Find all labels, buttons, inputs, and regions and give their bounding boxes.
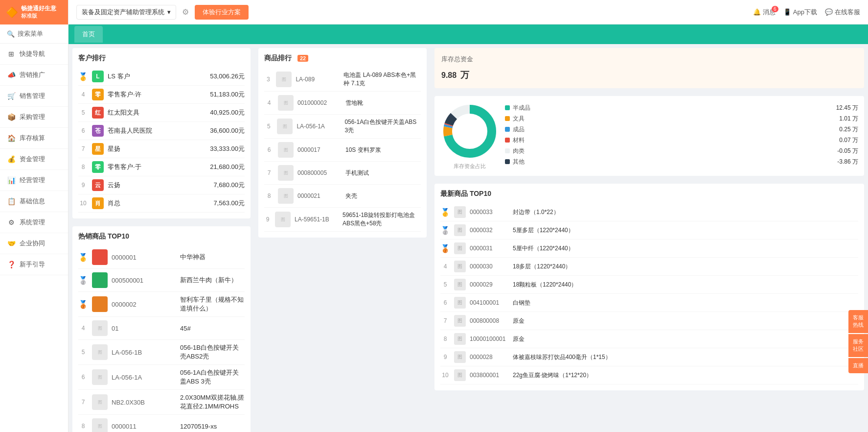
new-products-list: 🥇 图 0000033 封边带（1.0*22） 🥈 图 0000032 5厘多层… (440, 203, 858, 384)
logo-name: 畅捷通好生意 (21, 5, 56, 13)
customer-name: 零售客户·于 (108, 163, 206, 171)
sidebar: 🔶 畅捷通好生意 标准版 🔍 搜索菜单 ⊞ 快捷导航 📣 营销推广 🛒 销售管理… (0, 0, 69, 432)
product-name: 雪地靴 (345, 99, 363, 107)
gear-icon[interactable]: ⚙ (182, 7, 189, 17)
product-image-placeholder: 图 (454, 206, 466, 218)
mid-product-item: 8 图 0000021 夹壳 (264, 185, 421, 208)
customer-amount: 7,680.00元 (213, 181, 245, 190)
rank-number: 7 (78, 145, 88, 152)
rank-number: 8 (264, 192, 274, 199)
sidebar-item-operations[interactable]: 📊 经营管理 (0, 170, 68, 191)
product-code: LA-59651-1B (295, 216, 339, 223)
new-product-item: 9 图 0000028 体被嘉枝味苏打饮品400毫升（1*15） (440, 348, 858, 366)
rank-number: 5 (264, 123, 273, 130)
product-code: 0000031 (470, 245, 509, 252)
mid-panel-title: 商品排行 22 (264, 54, 421, 63)
legend-label: 肉类 (513, 147, 834, 155)
new-product-item: 8 图 10000100001 原金 (440, 330, 858, 348)
sidebar-item-marketing[interactable]: 📣 营销推广 (0, 65, 68, 86)
sidebar-item-system[interactable]: ⚙ 系统管理 (0, 212, 68, 233)
float-btn-直播[interactable]: 直播 (848, 358, 868, 373)
trial-button[interactable]: 体验行业方案 (195, 5, 249, 20)
sidebar-item-label: 销售管理 (20, 92, 45, 100)
product-image-placeholder: 图 (277, 119, 293, 134)
new-product-item: 4 图 0000030 18多层（1220*2440） (440, 258, 858, 276)
sidebar-item-quick-nav[interactable]: ⊞ 快捷导航 (0, 44, 68, 65)
hot-product-item: 5 图 LA-056-1B 056-1B白色按键开关壳ABS2壳 (78, 340, 245, 365)
sidebar-item-guide[interactable]: ❓ 新手引导 (0, 254, 68, 275)
product-name: 手机测试 (345, 169, 369, 177)
customer-name: 肖总 (108, 199, 209, 208)
product-code: 000800005 (297, 169, 342, 176)
product-code: 0000028 (470, 354, 509, 360)
product-image-placeholder: 图 (454, 369, 466, 381)
hot-product-item: 7 图 NB2.0X30B 2.0X30MM双搓花轴,搓花直径2.1MM/ROH… (78, 390, 245, 415)
product-name: 白钢垫 (513, 299, 858, 307)
sales-icon: 🛒 (7, 92, 16, 100)
operations-icon: 📊 (7, 176, 16, 185)
product-name: 新西兰牛肉（新牛） (180, 276, 245, 285)
rank-number: 8 (78, 423, 88, 430)
system-select[interactable]: 装备及固定资产辅助管理系统 ▾ (76, 5, 176, 20)
legend-dot (505, 116, 510, 121)
customer-panel: 客户排行 🥇 L LS 客户 53,006.26元 4 零 零售客户·许 51,… (72, 48, 251, 218)
system-name: 装备及固定资产辅助管理系统 (82, 8, 164, 17)
float-btn-服务社区[interactable]: 服务社区 (848, 334, 868, 357)
sidebar-item-sales[interactable]: 🛒 销售管理 (0, 86, 68, 107)
chart-area: 库存资金占比 半成品 12.45 万 文具 1.01 万 成品 0.25 万 材… (434, 96, 864, 176)
product-code: 0000001 (112, 254, 176, 261)
sidebar-item-label: 采购管理 (20, 113, 45, 121)
chevron-down-icon: ▾ (167, 8, 171, 16)
notification-badge: 6 (772, 6, 778, 12)
sidebar-item-inventory[interactable]: 🏠 库存核算 (0, 128, 68, 149)
sidebar-item-finance[interactable]: 💰 资金管理 (0, 149, 68, 170)
hot-product-item: 🥇 0000001 中华神器 (78, 246, 245, 269)
sidebar-item-basic[interactable]: 📋 基础信息 (0, 191, 68, 212)
legend-label: 材料 (513, 136, 836, 144)
system-icon: ⚙ (7, 218, 16, 227)
product-ranking-panel: 商品排行 22 3 图 LA-089 电池盖 LA-089 ABS本色+黑种 7… (254, 44, 431, 432)
online-service-link[interactable]: 💬 在线客服 (825, 8, 860, 17)
bronze-medal-icon: 🥉 (78, 300, 88, 309)
product-name: 5厘多层（1220*2440） (513, 226, 858, 235)
notification-bell[interactable]: 🔔 消息 6 (753, 8, 776, 17)
product-image-placeholder: 图 (454, 261, 466, 272)
rank-number: 3 (264, 76, 272, 83)
customer-amount: 53,006.26元 (210, 72, 245, 81)
legend: 半成品 12.45 万 文具 1.01 万 成品 0.25 万 材料 0.07 … (505, 104, 858, 168)
rank-number: 7 (264, 169, 274, 176)
customer-ranking-panel: 客户排行 🥇 L LS 客户 53,006.26元 4 零 零售客户·许 51,… (69, 44, 254, 432)
product-code: 01 (112, 325, 176, 332)
bronze-medal-icon: 🥉 (440, 244, 450, 253)
customer-badge: 红 (92, 107, 104, 119)
product-code: 0000032 (470, 227, 509, 234)
product-image-placeholder: 图 (278, 142, 294, 158)
sidebar-item-label: 企业协同 (20, 239, 45, 248)
customer-name: 云扬 (108, 181, 209, 190)
product-code: 0000033 (470, 209, 509, 216)
product-code: LA-056-1A (112, 374, 176, 381)
sidebar-item-purchase[interactable]: 📦 采购管理 (0, 107, 68, 128)
logo-edition: 标准版 (21, 12, 56, 20)
rank-number: 6 (264, 146, 274, 153)
main-area: 装备及固定资产辅助管理系统 ▾ ⚙ 体验行业方案 🔔 消息 6 📱 App下载 … (69, 0, 868, 432)
product-image-placeholder: 图 (278, 95, 294, 111)
float-btn-客服热线[interactable]: 客服热线 (848, 310, 868, 333)
search-menu[interactable]: 🔍 搜索菜单 (0, 24, 68, 44)
sidebar-item-label: 营销推广 (20, 71, 45, 79)
tab-home[interactable]: 首页 (74, 26, 103, 43)
product-name: 原金 (513, 317, 858, 325)
app-download-link[interactable]: 📱 App下载 (783, 8, 817, 17)
product-name: 10S 变料罗浆 (345, 146, 381, 154)
silver-medal-icon: 🥈 (440, 226, 450, 235)
legend-item: 肉类 -0.05 万 (505, 147, 858, 155)
product-image-placeholder: 图 (454, 224, 466, 236)
customer-badge: 肖 (92, 197, 104, 209)
product-code: 10000100001 (470, 336, 509, 342)
new-product-item: 🥉 图 0000031 5厘中纤（1220*2440） (440, 240, 858, 258)
product-code: 0000030 (470, 263, 509, 270)
sidebar-item-corp[interactable]: 🤝 企业协同 (0, 233, 68, 254)
product-badge: 22 (297, 55, 308, 62)
customer-rank-item: 7 星 星扬 33,333.00元 (78, 140, 245, 158)
product-code: 0000021 (297, 192, 342, 199)
